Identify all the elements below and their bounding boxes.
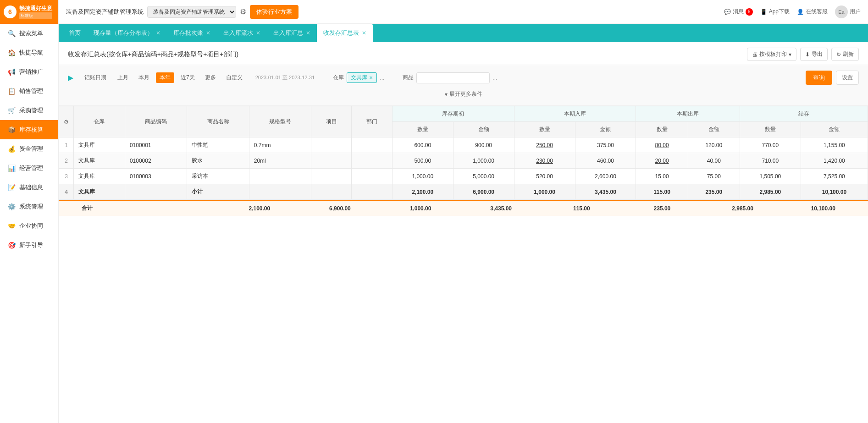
export-icon: ⬇ [805,51,810,58]
link-cell-out-qty[interactable]: 80.00 [655,142,669,148]
link-cell-in-qty[interactable]: 520.00 [536,173,553,180]
filter-bar: ▶ 记账日期 上月本月本年近7天更多自定义 2023-01-01 至 2023-… [59,65,868,106]
print-icon: 🖨 [752,51,757,58]
sidebar-item-inventory[interactable]: 📦库存核算 [0,120,58,139]
footer-close-qty: 2,985.00 [702,205,783,212]
tab-close-icon[interactable]: ✕ [156,30,160,36]
th-code: 商品编码 [125,106,187,137]
date-btn-近7天[interactable]: 近7天 [177,72,199,83]
sidebar-item-sales[interactable]: 📋销售管理 [0,82,58,101]
sidebar-item-collab[interactable]: 🤝企业协同 [0,216,58,236]
sidebar-item-operation[interactable]: 📊经营管理 [0,159,58,178]
page-actions: 🖨 按模板打印 ▾ ⬇ 导出 ↻ 刷新 [747,48,859,61]
sidebar-item-finance[interactable]: 💰资金管理 [0,139,58,159]
cell-warehouse: 文具库 [74,137,125,153]
goods-label: 商品 [403,74,414,82]
sidebar-item-label: 库存核算 [19,126,43,134]
date-btn-自定义[interactable]: 自定义 [222,72,246,83]
sidebar-item-label: 营销推广 [19,68,43,76]
footer-close-amt: 10,100.00 [783,205,863,212]
footer-open-amt: 6,900.00 [300,205,381,212]
table-row: 4文具库小计2,100.006,900.001,000.003,435.0011… [59,184,868,200]
refresh-button[interactable]: ↻ 刷新 [831,48,859,61]
th-group-in: 本期入库 [514,106,636,122]
sidebar-item-marketing[interactable]: 📢营销推广 [0,62,58,82]
warehouse-tag-close[interactable]: ✕ [369,75,373,80]
date-filter-group: 上月本月本年近7天更多自定义 [114,72,246,83]
user-item[interactable]: Ea 用户 [835,5,861,18]
cell-in-qty[interactable]: 250.00 [514,137,575,153]
cell-in-qty[interactable]: 520.00 [514,169,575,184]
sidebar-item-quick_nav[interactable]: 🏠快捷导航 [0,43,58,62]
link-cell-in-qty[interactable]: 250.00 [536,142,553,148]
cell-open-amt: 900.00 [453,137,514,153]
tab-close-icon[interactable]: ✕ [362,30,366,36]
sidebar-item-search[interactable]: 🔍搜索菜单 [0,24,58,43]
trial-button[interactable]: 体验行业方案 [250,5,299,19]
tab-inout_flow[interactable]: 出入库流水✕ [217,24,267,42]
cell-out-amt: 40.00 [688,153,740,169]
link-cell-out-qty[interactable]: 20.00 [655,158,669,164]
gear-icon[interactable]: ⚙ [240,7,246,16]
cell-out-qty[interactable]: 20.00 [636,153,688,169]
goods-input[interactable] [416,72,490,83]
cell-in-qty: 1,000.00 [514,184,575,200]
online-service-item[interactable]: 👤 在线客服 [797,8,828,16]
th-group-closing: 结存 [740,106,868,122]
print-button[interactable]: 🖨 按模板打印 ▾ [747,48,796,61]
system-select[interactable]: 装备及固定资产辅助管理系统 [147,6,236,18]
date-label: 记账日期 [84,74,106,82]
row-num: 4 [59,184,74,200]
date-btn-更多[interactable]: 更多 [201,72,220,83]
tab-close-icon[interactable]: ✕ [306,30,310,36]
th-open-amt: 金额 [453,122,514,137]
sidebar-item-basic[interactable]: 📝基础信息 [0,178,58,197]
cell-in-qty[interactable]: 230.00 [514,153,575,169]
date-btn-本月[interactable]: 本月 [135,72,153,83]
th-name: 商品名称 [187,106,249,137]
th-group-out: 本期出库 [636,106,740,122]
tab-batch[interactable]: 库存批次账✕ [167,24,217,42]
footer-open-qty: 2,100.00 [219,205,300,212]
goods-more[interactable]: ... [492,75,497,81]
tab-label: 出入库流水 [223,29,253,37]
table-row: 2文具库0100002胶水20ml500.001,000.00230.00460… [59,153,868,169]
sidebar-item-guide[interactable]: 🎯新手引导 [0,236,58,255]
th-settings[interactable]: ⚙ [59,106,74,137]
app-download-item[interactable]: 📱 App下载 [760,8,790,16]
cell-close-amt: 1,420.00 [801,153,868,169]
cell-name: 小计 [187,184,249,200]
sidebar-item-label: 系统管理 [19,203,43,211]
warehouse-more[interactable]: ... [380,75,384,81]
tab-home[interactable]: 首页 [62,24,87,42]
date-btn-本年[interactable]: 本年 [156,72,174,83]
cell-out-qty[interactable]: 80.00 [636,137,688,153]
chevron-down-icon: ▾ [445,91,448,98]
cell-close-qty: 770.00 [740,137,801,153]
date-range-text: 2023-01-01 至 2023-12-31 [255,75,315,80]
date-btn-上月[interactable]: 上月 [114,72,132,83]
cell-dept [352,153,392,169]
tab-inventory_dist[interactable]: 现存量（库存分布表）✕ [87,24,167,42]
settings-button[interactable]: 设置 [836,71,859,85]
cell-project [311,137,352,153]
cell-out-qty[interactable]: 15.00 [636,169,688,184]
expand-filter-button[interactable]: ▾ 展开更多条件 [445,90,482,98]
message-item[interactable]: 💬 消息 6 [724,8,753,16]
tab-close-icon[interactable]: ✕ [256,30,260,36]
link-cell-in-qty[interactable]: 230.00 [536,158,553,164]
row-num: 2 [59,153,74,169]
sidebar-item-system[interactable]: ⚙️系统管理 [0,197,58,216]
sidebar-item-purchase[interactable]: 🛒采购管理 [0,101,58,120]
tab-close-icon[interactable]: ✕ [206,30,210,36]
cell-code [125,184,187,200]
cell-code: 0100001 [125,137,187,153]
cell-name: 胶水 [187,153,249,169]
filter-toggle-icon[interactable]: ▶ [68,73,73,82]
tab-receive_summary[interactable]: 收发存汇总表✕ [317,24,373,42]
link-cell-out-qty[interactable]: 15.00 [655,173,669,180]
export-button[interactable]: ⬇ 导出 [800,48,828,61]
header-left: 装备及固定资产辅助管理系统 装备及固定资产辅助管理系统 ⚙ 体验行业方案 [66,5,299,19]
tab-inout_summary[interactable]: 出入库汇总✕ [267,24,317,42]
query-button[interactable]: 查询 [806,71,832,85]
